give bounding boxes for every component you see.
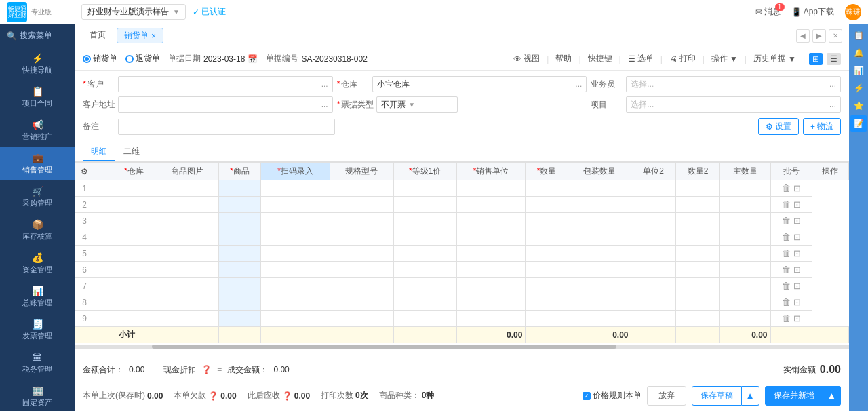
sidebar-item-sales[interactable]: 💼 销售管理 (0, 147, 75, 180)
row-6-delete-icon[interactable]: 🗑 (782, 265, 791, 275)
row-2-spec[interactable] (261, 197, 330, 213)
row-2-scan[interactable] (219, 197, 261, 213)
address-input[interactable]: ... (118, 96, 333, 113)
note-input[interactable] (118, 119, 335, 135)
tab-next-button[interactable]: ▶ (812, 29, 826, 43)
calendar-icon[interactable]: 📅 (248, 54, 258, 64)
help-icon[interactable]: ❓ (201, 365, 212, 374)
table-view-2-button[interactable]: ☰ (827, 53, 841, 65)
print-button[interactable]: 🖨 打印 (667, 52, 698, 66)
row-1-grade-price[interactable] (330, 180, 393, 197)
help-button[interactable]: 帮助 (553, 52, 574, 66)
sidebar-item-finance[interactable]: 💰 资金管理 (0, 247, 75, 280)
tab-prev-button[interactable]: ◀ (796, 29, 810, 43)
row-7-copy-icon[interactable]: ⊡ (793, 281, 801, 291)
row-4-delete-icon[interactable]: 🗑 (782, 232, 791, 242)
sales-order-radio[interactable]: 销货单 (83, 53, 117, 64)
message-button[interactable]: ✉ 消息 1 (755, 6, 781, 18)
tab-close-icon[interactable]: × (151, 31, 156, 41)
right-tool-2-button[interactable]: 🔔 (850, 45, 867, 61)
right-tool-1-button[interactable]: 📋 (850, 27, 867, 43)
save-new-button[interactable]: 保存并新增 (765, 386, 823, 406)
row-2-pack-qty[interactable] (526, 197, 568, 213)
abandon-button[interactable]: 放弃 (647, 386, 686, 406)
shortcut-button[interactable]: 快捷键 (585, 52, 615, 66)
sidebar-search[interactable]: 🔍 搜索菜单 (0, 24, 75, 47)
sidebar-item-project[interactable]: 📋 项目合同 (0, 81, 75, 114)
row-7-delete-icon[interactable]: 🗑 (782, 281, 791, 291)
debt-help-icon[interactable]: ❓ (208, 391, 218, 401)
history-button[interactable]: 历史单据 ▼ (751, 52, 799, 66)
tab-sales-order[interactable]: 销货单 × (117, 28, 163, 43)
sidebar-item-marketing[interactable]: 📢 营销推广 (0, 114, 75, 147)
row-2-copy-icon[interactable]: ⊡ (793, 199, 801, 210)
customer-dots-icon[interactable]: ... (321, 79, 328, 89)
row-8-copy-icon[interactable]: ⊡ (793, 297, 801, 307)
right-tool-4-button[interactable]: ⚡ (850, 80, 867, 96)
app-download-button[interactable]: 📱 App下载 (791, 6, 834, 18)
row-9-copy-icon[interactable]: ⊡ (793, 313, 801, 324)
save-new-arrow-button[interactable]: ▲ (823, 386, 841, 406)
horizontal-scrollbar[interactable] (75, 345, 849, 349)
row-2-warehouse[interactable] (94, 197, 113, 213)
right-tool-5-button[interactable]: ⭐ (850, 98, 867, 114)
invoice-select[interactable]: 不开票 ▼ (376, 96, 458, 113)
row-5-copy-icon[interactable]: ⊡ (793, 248, 801, 258)
salesperson-dots-icon[interactable]: ... (829, 79, 836, 89)
tab-2d[interactable]: 二维 (115, 143, 148, 161)
tab-detail[interactable]: 明细 (83, 143, 115, 161)
tab-home[interactable]: 首页 (81, 24, 114, 47)
tab-close-button[interactable]: ✕ (829, 29, 842, 43)
row-2-main-qty[interactable] (675, 197, 719, 213)
return-order-radio[interactable]: 退货单 (125, 53, 160, 64)
row-1-unit2[interactable] (568, 180, 631, 197)
row-1-qty[interactable] (456, 180, 526, 197)
row-4-copy-icon[interactable]: ⊡ (793, 232, 801, 242)
col-scan-input[interactable]: *扫码录入 (261, 163, 330, 180)
row-2-batch[interactable] (720, 197, 770, 213)
project-dots-icon[interactable]: ... (829, 100, 836, 109)
row-1-spec[interactable] (261, 180, 330, 197)
sidebar-item-quicknav[interactable]: ⚡ 快捷导航 (0, 47, 75, 81)
row-2-qty2[interactable] (631, 197, 675, 213)
col-settings[interactable]: ⚙ (75, 163, 94, 180)
address-dots-icon[interactable]: ... (321, 100, 328, 109)
row-1-delete-icon[interactable]: 🗑 (782, 183, 791, 193)
row-1-product[interactable] (155, 180, 219, 197)
sidebar-item-accounting[interactable]: 📊 总账管理 (0, 280, 75, 313)
sidebar-item-tax[interactable]: 🏛 税务管理 (0, 347, 75, 380)
row-5-delete-icon[interactable]: 🗑 (782, 248, 791, 258)
user-avatar-button[interactable]: 珠珠 (845, 4, 861, 20)
row-6-copy-icon[interactable]: ⊡ (793, 265, 801, 275)
salesperson-input[interactable]: 选择... ... (626, 76, 841, 92)
save-draft-arrow-button[interactable]: ▲ (742, 386, 760, 406)
row-2-qty[interactable] (456, 197, 526, 213)
row-2-unit2[interactable] (568, 197, 631, 213)
view-button[interactable]: 👁 视图 (511, 52, 542, 66)
select-button[interactable]: ☰ 选单 (625, 52, 656, 66)
row-1-sales-unit[interactable] (393, 180, 456, 197)
row-2-product[interactable] (155, 197, 219, 213)
sidebar-item-inventory[interactable]: 📦 库存核算 (0, 214, 75, 247)
sidebar-item-purchase[interactable]: 🛒 采购管理 (0, 180, 75, 214)
row-9-delete-icon[interactable]: 🗑 (782, 313, 791, 324)
scrollbar-thumb[interactable] (152, 345, 616, 349)
sidebar-item-invoice[interactable]: 🧾 发票管理 (0, 313, 75, 347)
row-1-copy-icon[interactable]: ⊡ (793, 183, 801, 193)
row-2-delete-icon[interactable]: 🗑 (782, 199, 791, 210)
row-3-delete-icon[interactable]: 🗑 (782, 216, 791, 226)
row-1-batch[interactable] (720, 180, 770, 197)
project-input[interactable]: 选择... ... (626, 96, 841, 113)
row-3-copy-icon[interactable]: ⊡ (793, 216, 801, 226)
sidebar-item-fixed-asset[interactable]: 🏢 固定资产 (0, 380, 75, 411)
settings-button[interactable]: ⚙ 设置 (758, 118, 799, 135)
row-1-qty2[interactable] (631, 180, 675, 197)
row-1-warehouse[interactable] (94, 180, 113, 197)
row-1-pack-qty[interactable] (526, 180, 568, 197)
logistics-button[interactable]: + 物流 (803, 118, 841, 135)
save-draft-button[interactable]: 保存草稿 (692, 386, 742, 406)
future-help-icon[interactable]: ❓ (282, 391, 292, 401)
warehouse-dots-icon[interactable]: ... (575, 79, 582, 89)
price-rule-checkbox[interactable]: ✓ (583, 392, 591, 400)
operation-button[interactable]: 操作 ▼ (709, 52, 741, 66)
